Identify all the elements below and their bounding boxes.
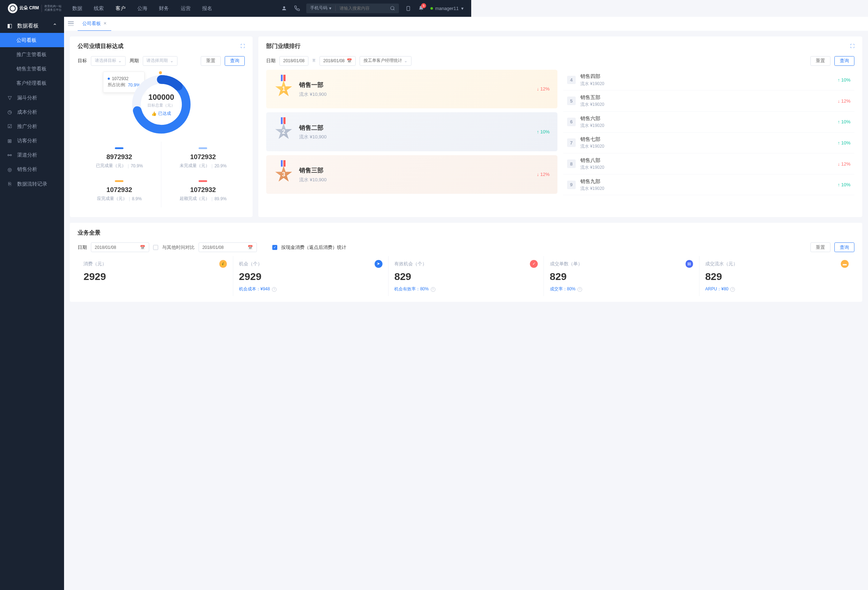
query-button[interactable]: 查询 xyxy=(225,56,245,66)
svg-point-0 xyxy=(283,6,285,8)
top-nav: 数据线索客户公海财务运营报名 xyxy=(72,5,212,12)
sidebar-icon: ☑ xyxy=(7,124,13,129)
stat-0: 8972932已完成量（元）|70.9% xyxy=(78,141,161,175)
rank-card-1[interactable]: 1销售一部流水 ¥10,900↓ 12% xyxy=(266,70,471,109)
phone-icon[interactable] xyxy=(294,5,301,12)
kpi-icon: ➤ xyxy=(375,260,382,268)
cash-label: 按现金消费（返点后消费）统计 xyxy=(281,244,346,251)
medal-icon: 1 xyxy=(274,79,294,99)
kpi-0: 消费（元）💰2929 xyxy=(78,256,233,296)
compare-checkbox[interactable] xyxy=(153,245,158,250)
achieved-badge: 👍 已达成 xyxy=(151,111,171,116)
search-input[interactable] xyxy=(336,6,386,11)
target-select[interactable]: 请选择目标⌄ xyxy=(91,56,125,66)
search-group: 手机号码▾ xyxy=(306,4,399,13)
notification-badge: 5 xyxy=(421,3,426,8)
rank-card-2[interactable]: 2销售二部流水 ¥10,900↑ 10% xyxy=(266,112,471,151)
tab-bar: 公司看板 ✕ xyxy=(64,17,471,31)
sidebar-sub-2[interactable]: 销售主管看板 xyxy=(0,62,64,76)
stat-1: 1072932未完成量（元）|20.9% xyxy=(161,141,245,175)
reset-button[interactable]: 重置 xyxy=(201,56,221,66)
sidebar-icon: ⚯ xyxy=(7,152,13,158)
sidebar-item-1[interactable]: ◷成本分析 xyxy=(0,105,64,119)
logo-title: 云朵 CRM xyxy=(19,5,39,11)
nav-item-4[interactable]: 财务 xyxy=(159,5,169,12)
sidebar-item-5[interactable]: ◎销售分析 xyxy=(0,162,64,177)
stat-2: 1072932应完成量（元）|8.9% xyxy=(78,175,161,207)
compare-label: 与其他时间对比 xyxy=(162,244,195,251)
username: manager11 xyxy=(435,6,459,11)
sidebar: ◧ 数据看板 ⌃ 公司看板推广主管看板销售主管看板客户经理看板 ▽漏斗分析◷成本… xyxy=(0,17,64,321)
card-title: 业务全景 xyxy=(78,229,100,237)
search-type-select[interactable]: 手机号码▾ xyxy=(306,5,336,11)
user-menu[interactable]: manager11 ▾ xyxy=(430,6,464,11)
kpi-icon: 💰 xyxy=(219,260,227,268)
nav-item-3[interactable]: 公海 xyxy=(137,5,148,12)
date2-input[interactable]: 2018/01/08📅 xyxy=(199,243,257,252)
status-dot-icon xyxy=(430,7,433,10)
sidebar-icon: ◷ xyxy=(7,109,13,115)
kpi-2: 有效机会（个）✓829机会有效率：80%? xyxy=(388,256,471,296)
nav-item-1[interactable]: 线索 xyxy=(94,5,104,12)
sidebar-icon: ⎘ xyxy=(7,181,13,186)
sidebar-header-dashboard[interactable]: ◧ 数据看板 ⌃ xyxy=(0,19,64,33)
notification-icon[interactable]: 5 xyxy=(418,5,425,12)
donut-chart: 100000 目标总量（元） 👍 已达成 xyxy=(130,73,192,135)
date-label: 日期 xyxy=(266,57,276,64)
search-button[interactable] xyxy=(386,6,399,11)
card-title: 部门业绩排行 xyxy=(266,42,301,50)
kpi-1: 机会（个）➤2929机会成本：¥948? xyxy=(233,256,388,296)
period-select[interactable]: 请选择周期⌄ xyxy=(143,56,177,66)
logo-icon xyxy=(8,4,18,13)
card-target-achievement: 公司业绩目标达成 ⛶ 目标 请选择目标⌄ 周期 请选择周期⌄ 重置 查询 107… xyxy=(70,37,252,217)
sidebar-item-3[interactable]: ⊞访客分析 xyxy=(0,133,64,148)
main-content: 公司看板 ✕ 公司业绩目标达成 ⛶ 目标 请选择目标⌄ 周期 请选择周期⌄ 重置… xyxy=(64,17,471,321)
sidebar-sub-0[interactable]: 公司看板 xyxy=(0,33,64,47)
dashboard-icon: ◧ xyxy=(7,23,13,29)
medal-icon: 2 xyxy=(274,122,294,141)
nav-item-5[interactable]: 运营 xyxy=(181,5,191,12)
tab-label: 公司看板 xyxy=(82,21,101,27)
chevron-up-icon: ⌃ xyxy=(53,22,57,29)
sidebar-item-6[interactable]: ⎘数据流转记录 xyxy=(0,177,64,191)
medal-icon: 3 xyxy=(274,165,294,184)
date-to-input[interactable]: 2018/01/08📅 xyxy=(319,56,356,66)
card-title: 公司业绩目标达成 xyxy=(78,42,123,50)
target-label: 目标 xyxy=(78,57,87,64)
svg-point-1 xyxy=(391,6,394,10)
svg-rect-2 xyxy=(407,6,410,10)
tab-company-board[interactable]: 公司看板 ✕ xyxy=(78,17,111,31)
date1-input[interactable]: 2018/01/08📅 xyxy=(91,243,149,252)
expand-icon[interactable]: ⛶ xyxy=(241,44,245,49)
logo[interactable]: 云朵 CRM 教育机构一站式服务云平台 xyxy=(8,4,62,13)
sidebar-item-4[interactable]: ⚯渠道分析 xyxy=(0,148,64,162)
close-icon[interactable]: ✕ xyxy=(103,21,106,26)
donut-label: 目标总量（元） xyxy=(148,103,175,108)
mobile-icon[interactable] xyxy=(405,5,412,12)
sidebar-item-2[interactable]: ☑推广分析 xyxy=(0,119,64,133)
sidebar-item-0[interactable]: ▽漏斗分析 xyxy=(0,90,64,105)
cash-checkbox[interactable]: ✓ xyxy=(272,245,277,250)
period-label: 周期 xyxy=(130,57,139,64)
date-label: 日期 xyxy=(78,244,87,251)
help-icon[interactable]: ? xyxy=(431,287,435,292)
donut-value: 100000 xyxy=(148,93,174,102)
hamburger-icon[interactable] xyxy=(68,21,74,26)
card-business-overview: 业务全景 日期 2018/01/08📅 与其他时间对比 2018/01/08📅 … xyxy=(70,223,471,302)
rank-card-3[interactable]: 3销售三部流水 ¥10,900↓ 12% xyxy=(266,155,471,194)
sidebar-sub-1[interactable]: 推广主管看板 xyxy=(0,47,64,62)
sidebar-sub-3[interactable]: 客户经理看板 xyxy=(0,76,64,90)
sidebar-icon: ◎ xyxy=(7,167,13,172)
nav-item-0[interactable]: 数据 xyxy=(72,5,82,12)
logo-subtitle: 教育机构一站式服务云平台 xyxy=(41,4,62,12)
help-icon[interactable]: ? xyxy=(272,287,276,292)
date-from-input[interactable]: 2018/01/08 xyxy=(279,56,309,66)
nav-item-2[interactable]: 客户 xyxy=(115,5,125,12)
nav-item-6[interactable]: 报名 xyxy=(202,5,212,12)
user-icon[interactable] xyxy=(280,5,288,12)
sidebar-icon: ⊞ xyxy=(7,138,13,143)
groupby-select[interactable]: 按工单客户经理统计⌄ xyxy=(360,56,412,66)
stat-3: 1072932超额完成（元）|89.9% xyxy=(161,175,245,207)
chevron-down-icon: ▾ xyxy=(461,6,464,11)
topbar: 云朵 CRM 教育机构一站式服务云平台 数据线索客户公海财务运营报名 手机号码▾… xyxy=(0,0,471,17)
